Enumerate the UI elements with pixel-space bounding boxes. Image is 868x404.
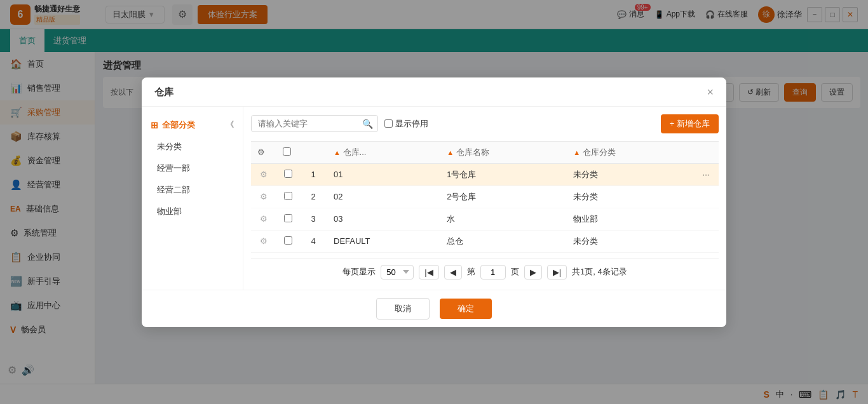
all-categories-item[interactable]: ⊞ 全部分类 《 xyxy=(142,114,243,136)
row-name-2: 2号仓库 xyxy=(440,185,567,208)
col-header-actions xyxy=(693,141,719,163)
per-page-label: 每页显示 xyxy=(342,266,376,278)
table-row[interactable]: ⚙ 1 01 1号仓库 未分类 ··· xyxy=(251,163,719,185)
first-page-button[interactable]: |◀ xyxy=(419,265,438,279)
search-input[interactable] xyxy=(251,115,378,132)
col-header-checkbox[interactable] xyxy=(276,141,299,163)
cancel-button[interactable]: 取消 xyxy=(376,298,430,320)
row-category-2: 未分类 xyxy=(567,185,693,208)
row-checkbox-2[interactable] xyxy=(284,192,292,200)
col-header-gear[interactable]: ⚙ xyxy=(251,141,276,163)
row-checkbox-4[interactable] xyxy=(284,236,292,245)
row-no-4: 4 xyxy=(299,230,327,252)
row-name-3: 水 xyxy=(440,208,567,230)
cat-item-1[interactable]: 经营一部 xyxy=(142,158,243,179)
table-header-row: ⚙ ▲ 仓库... ▲ xyxy=(251,141,719,163)
modal-overlay: 仓库 × ⊞ 全部分类 《 未分类 经营一部 经营二部 xyxy=(0,0,868,404)
table-panel: 🔍 显示停用 + 新增仓库 ⚙ xyxy=(243,107,726,290)
row-actions-3[interactable] xyxy=(693,208,719,230)
col-header-code[interactable]: ▲ 仓库... xyxy=(327,141,440,163)
col-header-no xyxy=(299,141,327,163)
col-header-category[interactable]: ▲ 仓库分类 xyxy=(567,141,693,163)
search-icon: 🔍 xyxy=(362,119,373,129)
per-page-select[interactable]: 50 10 20 100 xyxy=(381,265,414,279)
table-scroll-area: ⚙ ▲ 仓库... ▲ xyxy=(251,141,719,253)
row-cb-2[interactable] xyxy=(276,185,299,208)
table-toolbar: 🔍 显示停用 + 新增仓库 xyxy=(251,114,719,133)
row-no-1: 1 xyxy=(299,163,327,185)
cat-item-3[interactable]: 物业部 xyxy=(142,201,243,222)
modal-header: 仓库 × xyxy=(142,77,726,107)
sort-icon-category: ▲ xyxy=(573,149,580,156)
row-name-1: 1号仓库 xyxy=(440,163,567,185)
cat-item-2[interactable]: 经营二部 xyxy=(142,179,243,201)
row-actions-4[interactable] xyxy=(693,230,719,252)
row-gear-1[interactable]: ⚙ xyxy=(251,163,276,185)
modal-body: ⊞ 全部分类 《 未分类 经营一部 经营二部 物业部 xyxy=(142,107,726,290)
search-wrap: 🔍 xyxy=(251,115,378,132)
modal-footer: 取消 确定 xyxy=(142,290,726,327)
row-checkbox-1[interactable] xyxy=(284,170,292,178)
category-panel: ⊞ 全部分类 《 未分类 经营一部 经营二部 物业部 xyxy=(142,107,243,290)
modal-title: 仓库 xyxy=(154,86,173,98)
row-gear-2[interactable]: ⚙ xyxy=(251,185,276,208)
pagination-bar: 每页显示 50 10 20 100 |◀ ◀ 第 页 ▶ ▶| 共1页, 4条记… xyxy=(251,258,719,282)
row-gear-3[interactable]: ⚙ xyxy=(251,208,276,230)
cat-item-0[interactable]: 未分类 xyxy=(142,136,243,158)
row-actions-1[interactable]: ··· xyxy=(693,163,719,185)
modal-close-button[interactable]: × xyxy=(707,86,714,98)
page-unit: 页 xyxy=(511,266,519,278)
row-actions-2[interactable] xyxy=(693,185,719,208)
row-code-2: 02 xyxy=(327,185,440,208)
row-code-3: 03 xyxy=(327,208,440,230)
table-row[interactable]: ⚙ 4 DEFAULT 总仓 未分类 xyxy=(251,230,719,252)
table-row[interactable]: ⚙ 2 02 2号仓库 未分类 xyxy=(251,185,719,208)
new-warehouse-button[interactable]: + 新增仓库 xyxy=(661,114,719,133)
col-header-name[interactable]: ▲ 仓库名称 xyxy=(440,141,567,163)
row-cb-1[interactable] xyxy=(276,163,299,185)
confirm-button[interactable]: 确定 xyxy=(440,299,492,319)
total-info: 共1页, 4条记录 xyxy=(572,266,627,278)
all-categories-label: 全部分类 xyxy=(162,119,195,131)
table-row[interactable]: ⚙ 3 03 水 物业部 xyxy=(251,208,719,230)
prev-page-button[interactable]: ◀ xyxy=(444,265,462,279)
sort-icon-name: ▲ xyxy=(447,149,454,156)
row-cb-4[interactable] xyxy=(276,230,299,252)
row-category-4: 未分类 xyxy=(567,230,693,252)
row-name-4: 总仓 xyxy=(440,230,567,252)
row-code-4: DEFAULT xyxy=(327,230,440,252)
grid-icon: ⊞ xyxy=(151,120,158,130)
row-no-3: 3 xyxy=(299,208,327,230)
page-label: 第 xyxy=(467,266,475,278)
row-code-1: 01 xyxy=(327,163,440,185)
row-category-1: 未分类 xyxy=(567,163,693,185)
next-page-button[interactable]: ▶ xyxy=(524,265,542,279)
row-gear-4[interactable]: ⚙ xyxy=(251,230,276,252)
sort-icon-code: ▲ xyxy=(334,149,341,156)
select-all-checkbox[interactable] xyxy=(283,147,291,156)
show-disabled-label[interactable]: 显示停用 xyxy=(384,118,428,130)
last-page-button[interactable]: ▶| xyxy=(547,265,567,279)
row-no-2: 2 xyxy=(299,185,327,208)
row-category-3: 物业部 xyxy=(567,208,693,230)
warehouse-modal: 仓库 × ⊞ 全部分类 《 未分类 经营一部 经营二部 xyxy=(142,77,726,327)
row-checkbox-3[interactable] xyxy=(284,214,292,222)
show-disabled-checkbox[interactable] xyxy=(384,119,393,128)
row-cb-3[interactable] xyxy=(276,208,299,230)
warehouse-table: ⚙ ▲ 仓库... ▲ xyxy=(251,141,719,253)
page-number-input[interactable] xyxy=(480,265,506,279)
collapse-icon[interactable]: 《 xyxy=(226,119,234,130)
